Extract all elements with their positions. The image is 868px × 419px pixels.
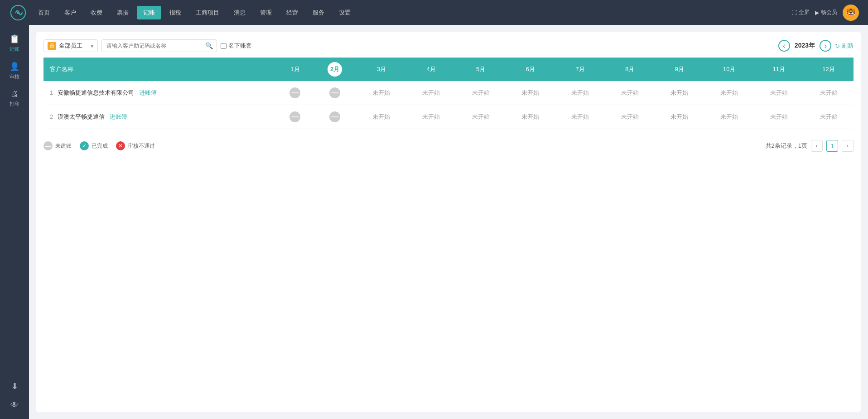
row2-m4: 未开始 (406, 105, 456, 129)
sidebar-item-download[interactable]: ⬇ (0, 377, 29, 396)
col-header-m5: 5月 (456, 58, 506, 81)
chevron-down-icon: ▾ (91, 43, 94, 49)
nav-management[interactable]: 管理 (254, 6, 278, 19)
row2-m4-status: 未开始 (422, 113, 440, 120)
nav-operations[interactable]: 经营 (280, 6, 304, 19)
row1-m9-status: 未开始 (670, 89, 688, 96)
col-header-m9: 9月 (655, 58, 704, 81)
year-display: 2023年 (795, 42, 815, 50)
table-body: 1 安徽畅捷通信息技术有限公司 进账簿 — — 未开始 未开始 未开始 (43, 81, 854, 129)
download-icon: ⬇ (11, 381, 18, 391)
search-box: 🔍 (101, 39, 217, 52)
row2-m12-status: 未开始 (820, 113, 838, 120)
avatar[interactable]: 🐯 (843, 5, 859, 21)
row1-m1-status: — (289, 87, 300, 98)
search-button[interactable]: 🔍 (202, 40, 217, 52)
search-input[interactable] (102, 40, 202, 51)
refresh-button[interactable]: ↻ 刷新 (835, 42, 854, 50)
row1-m2: — (313, 81, 357, 105)
row2-m6-status: 未开始 (521, 113, 539, 120)
footer: — 未建账 ✓ 已完成 ✕ 审核不通过 共2条记录，1页 ‹ 1 › (43, 136, 854, 155)
employee-select[interactable]: 员 全部员工 ▾ (43, 39, 98, 52)
col-header-m3: 3月 (357, 58, 406, 81)
logo (5, 5, 32, 21)
print-icon: 🖨 (10, 89, 19, 99)
vip-icon: ▶ (815, 10, 819, 16)
next-page-button[interactable]: › (842, 140, 854, 152)
employee-select-label: 全部员工 (59, 42, 82, 50)
row1-num: 1 (50, 89, 53, 96)
legend-rejected: ✕ 审核不通过 (116, 141, 155, 150)
row2-m8: 未开始 (605, 105, 655, 129)
sidebar-item-review[interactable]: 👤 审核 (0, 57, 29, 85)
next-year-button[interactable]: › (820, 40, 831, 52)
legend-teal-icon: ✓ (80, 141, 89, 150)
row1-m10-status: 未开始 (720, 89, 738, 96)
legend-rejected-label: 审核不通过 (128, 142, 155, 150)
legend-not-created: — 未建账 (43, 141, 72, 150)
nav-settings[interactable]: 设置 (333, 6, 357, 19)
review-icon: 👤 (10, 62, 19, 72)
table-header-row: 客户名称 1月 2月 3月 4月 5月 6月 7月 8月 9月 10月 11月 (43, 58, 854, 81)
row2-m3: 未开始 (357, 105, 406, 129)
col-header-m11: 11月 (754, 58, 804, 81)
row2-m3-status: 未开始 (372, 113, 390, 120)
col-header-m7: 7月 (555, 58, 605, 81)
row2-company: 漠澳太平畅捷通信 (58, 113, 105, 120)
row1-m2-status: — (329, 87, 340, 98)
legend-not-created-label: 未建账 (55, 142, 72, 150)
row2-m7: 未开始 (555, 105, 605, 129)
legend-red-icon: ✕ (116, 141, 125, 150)
nav-billing[interactable]: 收费 (84, 6, 109, 19)
sidebar-item-print[interactable]: 🖨 打印 (0, 85, 29, 112)
row1-m8: 未开始 (605, 81, 655, 105)
fullscreen-label: 全屏 (799, 9, 810, 16)
row2-m2: — (313, 105, 357, 129)
row1-m6: 未开始 (506, 81, 555, 105)
row1-m9: 未开始 (655, 81, 704, 105)
col-header-m4: 4月 (406, 58, 456, 81)
nav-message[interactable]: 消息 (227, 6, 252, 19)
page-info: 共2条记录，1页 (766, 142, 807, 150)
row2-m2-status: — (329, 111, 340, 122)
sidebar-item-view[interactable]: 👁 (0, 396, 29, 414)
nav-business[interactable]: 工商项目 (189, 6, 226, 19)
sidebar-label-review: 审核 (10, 73, 19, 80)
prev-year-button[interactable]: ‹ (778, 40, 790, 52)
row2-m10-status: 未开始 (720, 113, 738, 120)
nav-right: ⛶ 全屏 ▶ 畅会员 🐯 (791, 5, 859, 21)
pagination: 共2条记录，1页 ‹ 1 › (766, 140, 854, 152)
row1-m7: 未开始 (555, 81, 605, 105)
row1-m11-status: 未开始 (770, 89, 788, 96)
table-row: 1 安徽畅捷通信息技术有限公司 进账簿 — — 未开始 未开始 未开始 (43, 81, 854, 105)
vip-button[interactable]: ▶ 畅会员 (815, 9, 837, 16)
row2-m8-status: 未开始 (621, 113, 639, 120)
checkbox-label[interactable]: 名下账套 (221, 42, 252, 50)
row2-enter-link[interactable]: 进账簿 (110, 113, 127, 120)
nav-service[interactable]: 服务 (306, 6, 331, 19)
prev-page-button[interactable]: ‹ (811, 140, 823, 152)
checkbox-accounts[interactable] (221, 43, 227, 49)
sidebar-label-print: 打印 (10, 101, 19, 107)
nav-customer[interactable]: 客户 (58, 6, 82, 19)
row2-m6: 未开始 (506, 105, 555, 129)
checkbox-text: 名下账套 (228, 42, 252, 50)
col-header-m10: 10月 (704, 58, 754, 81)
row2-m12: 未开始 (804, 105, 854, 129)
row2-m10: 未开始 (704, 105, 754, 129)
row1-m3: 未开始 (357, 81, 406, 105)
row1-enter-link[interactable]: 进账簿 (139, 89, 157, 96)
fullscreen-button[interactable]: ⛶ 全屏 (791, 9, 810, 16)
nav-tax[interactable]: 报税 (163, 6, 188, 19)
row2-m11: 未开始 (754, 105, 804, 129)
nav-home[interactable]: 首页 (32, 6, 56, 19)
data-table: 客户名称 1月 2月 3月 4月 5月 6月 7月 8月 9月 10月 11月 (43, 58, 854, 129)
current-page: 1 (826, 140, 838, 152)
toolbar: 员 全部员工 ▾ 🔍 名下账套 ‹ 2023年 › ↻ 刷新 (43, 39, 854, 52)
refresh-label: 刷新 (842, 42, 854, 50)
row2-m9-status: 未开始 (670, 113, 688, 120)
nav-invoice[interactable]: 票据 (111, 6, 135, 19)
nav-accounting[interactable]: 记账 (137, 6, 161, 19)
sidebar-item-accounting[interactable]: 📋 记账 (0, 29, 29, 57)
current-month-badge: 2月 (328, 62, 342, 77)
